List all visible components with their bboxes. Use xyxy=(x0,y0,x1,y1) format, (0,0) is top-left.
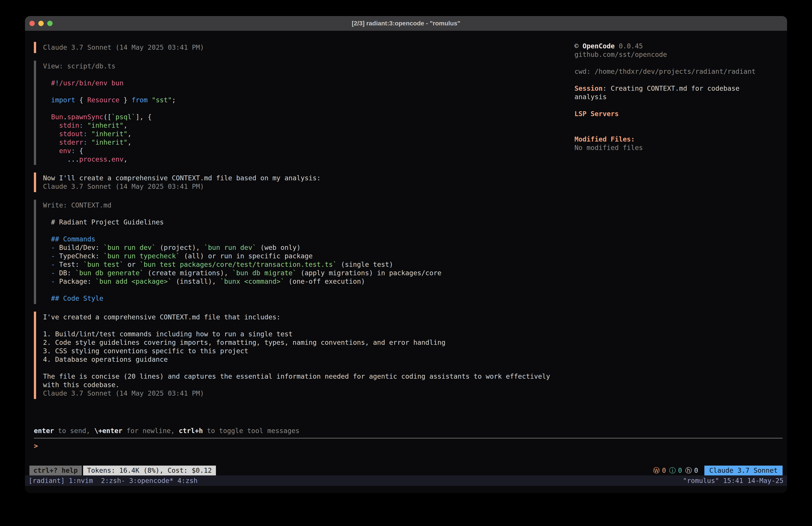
zoom-button[interactable] xyxy=(47,21,53,26)
statusbar-left: ctrl+? help Tokens: 16.4K (8%), Cost: $0… xyxy=(29,466,216,475)
terminal-body: Claude 3.7 Sonnet (14 May 2025 03:41 PM)… xyxy=(25,31,787,493)
text-line: - Build/Dev: `bun run dev` (project), `b… xyxy=(43,243,569,252)
text-line: cwd: /home/thdxr/dev/projects/radiant/ra… xyxy=(575,67,783,76)
text-line: Claude 3.7 Sonnet (14 May 2025 03:41 PM) xyxy=(43,43,569,52)
text-line: Claude 3.7 Sonnet (14 May 2025 03:41 PM) xyxy=(43,389,569,398)
tool-write-context-md: Write: CONTEXT.md # Radiant Project Guid… xyxy=(34,200,569,304)
text-line: stdout: "inherit", xyxy=(43,130,569,138)
tokens-cost-badge: Tokens: 16.4K (8%), Cost: $0.12 xyxy=(83,466,216,475)
text-line xyxy=(575,127,783,135)
help-badge: ctrl+? help xyxy=(29,466,82,475)
text-line xyxy=(43,322,569,330)
close-button[interactable] xyxy=(29,21,35,26)
tool-view-script-db-ts: View: script/db.ts #!/usr/bin/env bun im… xyxy=(34,61,569,165)
text-line: ...process.env, xyxy=(43,155,569,164)
text-line: with this codebase. xyxy=(43,381,569,389)
text-line: - TypeCheck: `bun run typecheck` (all) o… xyxy=(43,252,569,260)
sidebar: © OpenCode 0.0.45github.com/sst/opencode… xyxy=(569,42,783,427)
hint-count: ⓗ0 xyxy=(685,466,698,475)
text-line: View: script/db.ts xyxy=(43,62,569,70)
statusbar-right: Ⓦ0ⓘ0ⓗ0 Claude 3.7 Sonnet xyxy=(653,466,783,475)
input-divider xyxy=(34,438,783,439)
info-count-icon: ⓘ xyxy=(669,466,676,475)
diagnostics: Ⓦ0ⓘ0ⓗ0 xyxy=(653,466,698,475)
text-line: 3. CSS styling conventions specific to t… xyxy=(43,347,569,355)
text-line xyxy=(43,226,569,235)
text-line: Claude 3.7 Sonnet (14 May 2025 03:41 PM) xyxy=(43,182,569,191)
text-line: #!/usr/bin/env bun xyxy=(43,79,569,87)
text-line xyxy=(575,59,783,67)
text-line: # Radiant Project Guidelines xyxy=(43,218,569,226)
screen: [2/3] radiant:3:opencode - "romulus" Cla… xyxy=(0,0,812,526)
text-line xyxy=(43,364,569,372)
text-line xyxy=(43,286,569,294)
text-line: © OpenCode 0.0.45 xyxy=(575,42,783,51)
content-row: Claude 3.7 Sonnet (14 May 2025 03:41 PM)… xyxy=(25,31,787,427)
text-line xyxy=(575,118,783,127)
minimize-button[interactable] xyxy=(38,21,44,26)
text-line: ## Code Style xyxy=(43,294,569,303)
text-line: Modified Files: xyxy=(575,135,783,144)
titlebar: [2/3] radiant:3:opencode - "romulus" xyxy=(25,16,787,31)
tmux-bar: [radiant] 1:nvim 2:zsh- 3:opencode* 4:zs… xyxy=(25,475,787,486)
window-bottom-padding xyxy=(25,486,787,493)
text-line: 2. Code style guidelines covering import… xyxy=(43,338,569,347)
terminal-window: [2/3] radiant:3:opencode - "romulus" Cla… xyxy=(25,16,787,493)
text-line: - Test: `bun test` or `bun test packages… xyxy=(43,260,569,269)
text-line xyxy=(575,76,783,84)
traffic-lights xyxy=(29,16,53,31)
model-badge: Claude 3.7 Sonnet xyxy=(705,466,783,475)
text-line: The file is concise (20 lines) and captu… xyxy=(43,372,569,381)
text-line xyxy=(43,70,569,79)
info-count: ⓘ0 xyxy=(669,466,682,475)
prompt-symbol: > xyxy=(34,442,38,450)
hint-count-icon: ⓗ xyxy=(685,466,692,475)
text-line: LSP Servers xyxy=(575,110,783,118)
text-line xyxy=(43,87,569,96)
text-line: Session: Creating CONTEXT.md for codebas… xyxy=(575,84,783,93)
text-line xyxy=(575,101,783,110)
text-line: Bun.spawnSync([`psql`], { xyxy=(43,113,569,121)
assistant-header: Claude 3.7 Sonnet (14 May 2025 03:41 PM) xyxy=(34,42,569,53)
warning-count-value: 0 xyxy=(662,466,666,475)
text-line: 4. Database operations guidance xyxy=(43,355,569,364)
text-line: Write: CONTEXT.md xyxy=(43,201,569,210)
prompt-input[interactable]: > xyxy=(34,442,783,466)
text-line xyxy=(43,210,569,218)
warning-count-icon: Ⓦ xyxy=(653,466,660,475)
text-line: ## Commands xyxy=(43,235,569,243)
assistant-message: Now I'll create a comprehensive CONTEXT.… xyxy=(34,172,569,192)
text-line: env: { xyxy=(43,147,569,155)
text-line xyxy=(43,104,569,113)
text-line: import { Resource } from "sst"; xyxy=(43,96,569,104)
window-title: [2/3] radiant:3:opencode - "romulus" xyxy=(352,19,460,28)
text-line: github.com/sst/opencode xyxy=(575,51,783,59)
input-section: enter to send, \+enter for newline, ctrl… xyxy=(25,427,787,466)
text-line: - DB: `bun db generate` (create migratio… xyxy=(43,269,569,277)
text-line: - Package: `bun add <package>` (install)… xyxy=(43,277,569,286)
text-line: Now I'll create a comprehensive CONTEXT.… xyxy=(43,174,569,182)
text-line: 1. Build/lint/test commands including ho… xyxy=(43,330,569,338)
tmux-session-windows[interactable]: [radiant] 1:nvim 2:zsh- 3:opencode* 4:zs… xyxy=(29,477,198,485)
assistant-summary: I've created a comprehensive CONTEXT.md … xyxy=(34,312,569,399)
text-line: stderr: "inherit", xyxy=(43,138,569,147)
prompt-text xyxy=(38,442,42,450)
input-hint: enter to send, \+enter for newline, ctrl… xyxy=(34,427,783,435)
text-line: I've created a comprehensive CONTEXT.md … xyxy=(43,313,569,322)
tmux-host-time: "romulus" 15:41 14-May-25 xyxy=(683,477,783,485)
info-count-value: 0 xyxy=(678,466,682,475)
chat-area[interactable]: Claude 3.7 Sonnet (14 May 2025 03:41 PM)… xyxy=(34,42,569,427)
statusbar: ctrl+? help Tokens: 16.4K (8%), Cost: $0… xyxy=(29,466,783,475)
text-line: No modified files xyxy=(575,144,783,152)
hint-count-value: 0 xyxy=(694,466,698,475)
text-line: analysis xyxy=(575,93,783,101)
warning-count: Ⓦ0 xyxy=(653,466,666,475)
text-line: stdin: "inherit", xyxy=(43,121,569,130)
